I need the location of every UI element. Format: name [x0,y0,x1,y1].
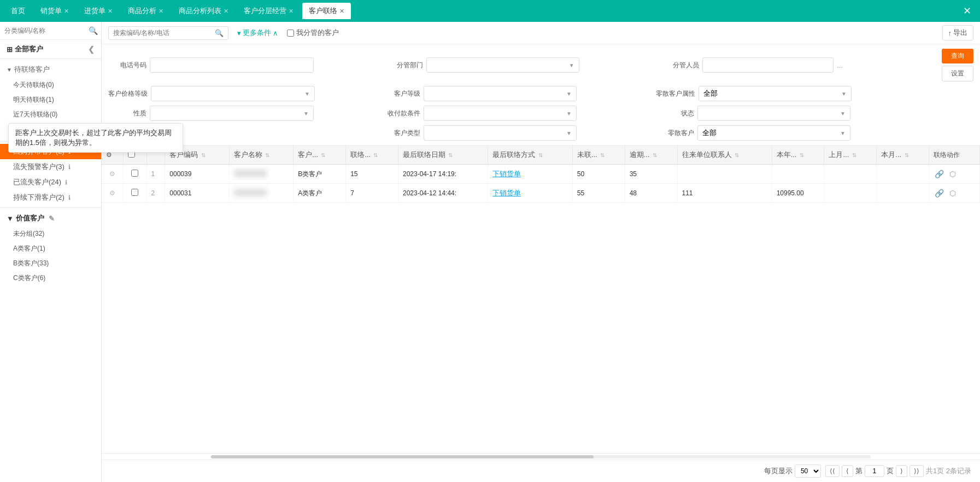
close-tab-analysis-icon[interactable]: ✕ [159,8,163,15]
sidebar-item-class-b[interactable]: B类客户(33) [0,256,101,271]
row-checkbox[interactable] [123,184,146,203]
row-type: A类客户 [294,184,346,203]
row-actions: 🔗 ⬡ [929,184,980,203]
sidebar-item-declining[interactable]: 持续下滑客户(2) ℹ [0,190,101,205]
sidebar-item-churn-warning[interactable]: 流失预警客户(3) ℹ [0,159,101,175]
nav-tab-analysis[interactable]: 商品分析 ✕ [121,3,170,19]
col-last-date[interactable]: 最后联络日期 ⇅ [398,146,488,165]
chevron-down-icon-8: ▼ [840,130,846,136]
row-unit-contact [677,165,772,184]
more-filters-button[interactable]: ▾ 更多条件 ∧ [233,26,283,40]
close-tab-customer-layer-icon[interactable]: ✕ [289,8,294,15]
chevron-down-icon-6: ▼ [840,111,846,117]
prev-page-button[interactable]: ⟨ [842,465,853,477]
nav-tab-customer-contact[interactable]: 客户联络 ✕ [302,3,351,19]
sidebar-item-7days[interactable]: 近7天待联络(0) [0,107,101,122]
status-label: 状态 [656,109,694,118]
sidebar-item-class-a[interactable]: A类客户(1) [0,241,101,256]
contact-grid-icon[interactable]: ⬡ [949,189,956,198]
close-tab-customer-contact-icon[interactable]: ✕ [339,8,344,15]
contact-link-icon[interactable]: 🔗 [935,170,944,178]
filter-cell-status: 状态 ▼ [656,106,925,121]
export-button[interactable]: ↑ 导出 [942,25,974,40]
row-last-date: 2023-04-12 14:44: [398,184,488,203]
phone-label: 电话号码 [108,61,146,70]
nav-tab-sales[interactable]: 销货单 ✕ [34,3,75,19]
nav-tab-customer-layer[interactable]: 客户分层经营 ✕ [237,3,300,19]
dept-select[interactable]: ▼ [426,57,579,73]
search-input[interactable] [113,29,213,37]
scroll-thumb[interactable] [211,455,594,458]
close-tab-sales-icon[interactable]: ✕ [64,8,69,15]
scroll-track[interactable] [211,455,871,458]
nav-tab-home[interactable]: 首页 [4,3,32,19]
arrow-icon: ▼ [7,67,12,73]
phone-input[interactable] [150,57,314,73]
page-number-input[interactable] [865,465,884,477]
sidebar-item-today[interactable]: 今天待联络(0) [0,78,101,92]
row-last-month [824,184,877,203]
col-last-month[interactable]: 上月... ⇅ [824,146,877,165]
sidebar-item-churned[interactable]: 已流失客户(24) ℹ [0,175,101,190]
close-tab-purchase-icon[interactable]: ✕ [108,8,113,15]
pagination-bar: 每页显示 50 ⟨⟨ ⟨ 第 页 ⟩ ⟩⟩ 共1页 2条记录 [102,460,980,482]
search-icon[interactable]: 🔍 [215,29,224,37]
row-settings[interactable]: ⚙ [102,165,123,184]
col-type[interactable]: 客户... ⇅ [294,146,346,165]
edit-icon[interactable]: ✎ [49,214,55,223]
col-contact[interactable]: 联络... ⇅ [346,146,398,165]
retail-attr-select[interactable]: 全部 ▼ [699,86,852,101]
collapse-sidebar-icon[interactable]: ❮ [88,45,95,54]
row-settings[interactable]: ⚙ [102,184,123,203]
window-close-button[interactable]: ✕ [959,3,976,19]
row-overdue: 35 [625,165,677,184]
col-actions: 联络动作 [929,146,980,165]
setting-button[interactable]: 设置 [942,66,973,82]
first-page-button[interactable]: ⟨⟨ [825,465,840,477]
sidebar-value-customers-title[interactable]: ▼ 价值客户 ✎ [0,210,101,227]
row-last-method[interactable]: 下销货单 [488,184,573,203]
sidebar-search-icon[interactable]: 🔍 [89,26,98,35]
sort-code-icon: ⇅ [201,152,206,158]
top-navigation: 首页 销货单 ✕ 进货单 ✕ 商品分析 ✕ 商品分析列表 ✕ 客户分层经营 ✕ … [0,0,980,22]
page-size-wrap: 每页显示 50 [764,464,821,478]
payment-select[interactable]: ▼ [424,106,577,121]
page-size-select[interactable]: 50 [795,464,821,478]
more-icon[interactable]: ... [837,61,843,69]
contact-grid-icon[interactable]: ⬡ [949,170,956,178]
nav-tab-purchase[interactable]: 进货单 ✕ [78,3,119,19]
col-overdue[interactable]: 逾期... ⇅ [625,146,677,165]
row-checkbox[interactable] [123,165,146,184]
sidebar-item-ungrouped[interactable]: 未分组(32) [0,227,101,241]
row-last-method[interactable]: 下销货单 [488,165,573,184]
col-this-month[interactable]: 本月... ⇅ [877,146,929,165]
close-tab-analysis-list-icon[interactable]: ✕ [224,8,228,15]
filter-row-3: 性质 ▼ 收付款条件 ▼ 状态 [108,106,973,121]
sidebar-item-tomorrow[interactable]: 明天待联络(1) [0,92,101,107]
col-last-method[interactable]: 最后联络方式 ⇅ [488,146,573,165]
sort-thismonth-icon: ⇅ [905,152,909,158]
customer-grade-select[interactable]: ▼ [424,86,577,101]
sidebar-search-input[interactable] [4,27,86,34]
col-name[interactable]: 客户名称 ⇅ [229,146,293,165]
customer-type-select[interactable]: ▼ [424,125,577,141]
status-select[interactable]: ▼ [697,106,850,121]
col-unit-contact[interactable]: 往来单位联系人 ⇅ [677,146,772,165]
retail-customer-select[interactable]: 全部 ▼ [697,125,850,141]
my-customers-checkbox[interactable] [287,30,294,37]
sidebar-group-pending-title[interactable]: ▼ 待联络客户 [0,61,101,78]
nature-select[interactable]: ▼ [150,106,314,121]
nav-tab-analysis-list[interactable]: 商品分析列表 ✕ [172,3,235,19]
next-page-button[interactable]: ⟩ [896,465,907,477]
query-button[interactable]: 查询 [942,49,973,63]
price-grade-select[interactable]: ▼ [151,86,315,101]
last-page-button[interactable]: ⟩⟩ [909,465,924,477]
sidebar-item-class-c[interactable]: C类客户(6) [0,271,101,286]
col-this-year[interactable]: 本年... ⇅ [772,146,824,165]
horizontal-scrollbar[interactable] [102,453,980,460]
col-uncontacted[interactable]: 未联... ⇅ [572,146,625,165]
sidebar: 🔍 ⊞ 全部客户 ❮ ▼ 待联络客户 今天待联络(0) 明天待联络(1) 近7天… [0,22,102,482]
contact-link-icon[interactable]: 🔗 [935,189,944,198]
filter-cell-payment: 收付款条件 ▼ [382,106,652,121]
person-input[interactable] [702,57,834,73]
